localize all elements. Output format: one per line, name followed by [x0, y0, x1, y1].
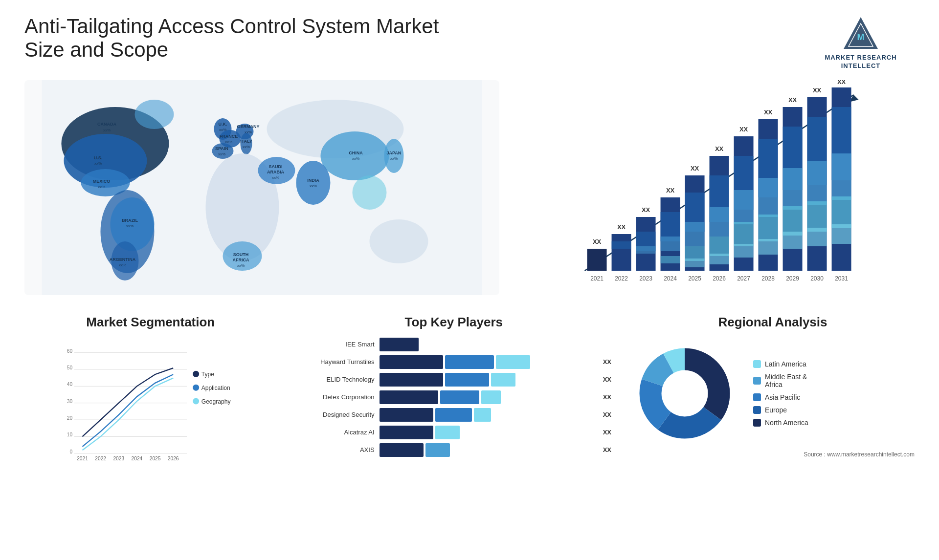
italy-value: xx%	[243, 145, 250, 149]
svg-text:0: 0	[69, 449, 72, 454]
legend-asia-pacific: Asia Pacific	[753, 393, 808, 401]
bar-seg	[435, 426, 460, 439]
bar-seg	[380, 426, 433, 439]
china-label: CHINA	[349, 151, 363, 155]
germany-label: GERMANY	[237, 124, 259, 129]
svg-text:2024: 2024	[664, 275, 677, 282]
svg-text:2027: 2027	[737, 275, 750, 282]
bar-seg	[380, 390, 438, 404]
donut-legend: Latin America Middle East &Africa Asia P…	[753, 360, 808, 427]
uk-value: xx%	[219, 128, 226, 132]
player-name-axis: AXIS	[296, 446, 375, 453]
bar-seg	[380, 408, 433, 422]
argentina-value: xx%	[119, 263, 126, 267]
svg-text:2024: 2024	[132, 455, 143, 461]
legend-europe: Europe	[753, 406, 808, 414]
player-row-axis: AXIS XX	[296, 443, 611, 457]
player-name-alcatraz: Alcatraz AI	[296, 429, 375, 436]
regional-section: Regional Analysis	[631, 315, 915, 520]
svg-rect-44	[709, 237, 729, 256]
southafrica-label: SOUTH	[233, 252, 249, 257]
key-players-title: Top Key Players	[296, 315, 611, 330]
legend-north-america: North America	[753, 419, 808, 427]
bar-seg	[474, 408, 491, 422]
legend-label: North America	[765, 419, 808, 427]
svg-text:2030: 2030	[810, 275, 824, 282]
donut-wrapper: Latin America Middle East &Africa Asia P…	[631, 340, 915, 447]
svg-rect-45	[709, 254, 729, 264]
svg-text:60: 60	[67, 348, 73, 353]
legend-label: Middle East &Africa	[765, 373, 807, 388]
svg-text:2028: 2028	[761, 275, 775, 282]
svg-text:2021: 2021	[590, 275, 604, 282]
player-name-designed: Designed Security	[296, 411, 375, 418]
player-name-detex: Detex Corporation	[296, 393, 375, 401]
svg-point-24	[369, 219, 428, 263]
saudi-label2: ARABIA	[267, 170, 284, 174]
player-bar-designed	[380, 408, 596, 422]
bar-2021-seg1	[587, 249, 606, 271]
player-row-iee: IEE Smart	[296, 338, 611, 351]
svg-text:XX: XX	[788, 96, 797, 104]
map-container: CANADA xx% U.S. xx% MEXICO xx% BRAZIL xx…	[24, 80, 499, 295]
svg-text:2026: 2026	[713, 275, 726, 282]
regional-title: Regional Analysis	[631, 315, 915, 330]
spain-label: SPAIN	[215, 146, 228, 151]
svg-point-15	[240, 133, 252, 154]
brazil-label: BRAZIL	[122, 218, 138, 223]
svg-rect-59	[782, 206, 802, 236]
svg-rect-60	[782, 232, 802, 249]
svg-text:40: 40	[67, 382, 73, 387]
mexico-value: xx%	[98, 185, 105, 189]
mexico-label: MEXICO	[93, 179, 111, 184]
player-xx: XX	[603, 393, 611, 401]
svg-rect-65	[807, 228, 827, 246]
us-label: U.S.	[94, 155, 103, 160]
bar-seg	[491, 373, 515, 387]
player-xx: XX	[603, 358, 611, 366]
legend-latin-america: Latin America	[753, 360, 808, 368]
svg-rect-63	[807, 161, 827, 205]
svg-text:M: M	[857, 32, 865, 42]
players-list: IEE Smart Hayward Turnstiles XX	[296, 338, 611, 457]
southafrica-value: xx%	[237, 263, 245, 268]
svg-rect-40	[685, 258, 704, 267]
legend-label: Latin America	[765, 360, 806, 368]
svg-text:2022: 2022	[615, 275, 628, 282]
bar-seg	[380, 355, 443, 369]
bar-chart-container: XX XX XX XX	[519, 80, 915, 295]
spain-value: xx%	[218, 152, 225, 156]
segmentation-section: Market Segmentation 0 10 20 30 40 50 60	[24, 315, 277, 520]
segmentation-chart: 0 10 20 30 40 50 60	[24, 338, 277, 465]
bar-seg	[380, 338, 419, 351]
page-container: Anti-Tailgating Access Control System Ma…	[0, 0, 939, 560]
svg-point-105	[193, 384, 199, 390]
svg-text:2023: 2023	[639, 275, 652, 282]
svg-text:XX: XX	[666, 187, 675, 194]
world-map-svg: CANADA xx% U.S. xx% MEXICO xx% BRAZIL xx…	[24, 80, 499, 295]
svg-rect-34	[660, 237, 680, 251]
france-label: FRANCE	[220, 134, 238, 139]
player-name-iee: IEE Smart	[296, 341, 375, 348]
svg-text:20: 20	[67, 415, 73, 421]
svg-text:2021: 2021	[77, 455, 88, 461]
svg-text:Application: Application	[201, 385, 230, 391]
logo-text: MARKET RESEARCH INTELLECT	[807, 54, 915, 70]
player-row-elid: ELID Technology XX	[296, 373, 611, 387]
legend-label: Europe	[765, 406, 787, 414]
germany-value: xx%	[245, 130, 252, 134]
svg-point-21	[296, 161, 330, 205]
legend-color	[753, 393, 761, 401]
top-section: CANADA xx% U.S. xx% MEXICO xx% BRAZIL xx…	[24, 80, 915, 295]
svg-text:XX: XX	[617, 223, 626, 231]
source-text: Source : www.marketresearchintellect.com	[631, 451, 915, 458]
player-name-elid: ELID Technology	[296, 376, 375, 383]
player-bar-iee	[380, 338, 604, 351]
player-xx: XX	[603, 446, 611, 453]
svg-text:10: 10	[67, 432, 73, 437]
india-value: xx%	[310, 184, 317, 188]
player-xx: XX	[603, 376, 611, 383]
player-bar-elid	[380, 373, 596, 387]
svg-text:2022: 2022	[95, 455, 106, 461]
bar-seg	[380, 443, 424, 457]
